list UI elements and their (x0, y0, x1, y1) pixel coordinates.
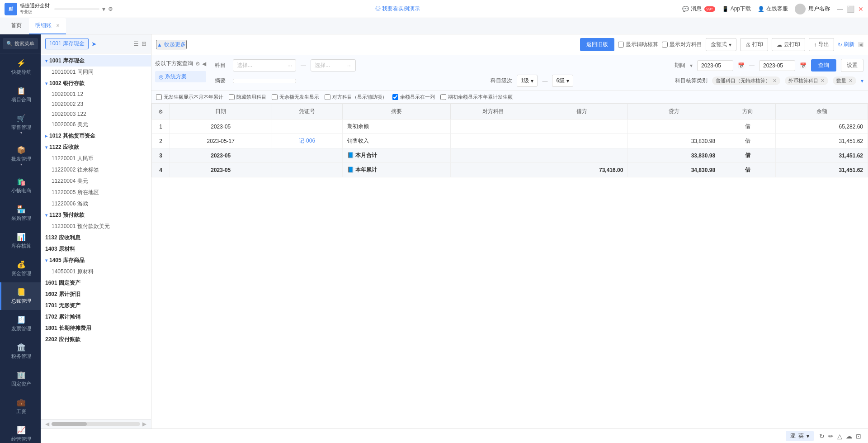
query-btn[interactable]: 查询 (811, 59, 836, 71)
subject-input[interactable]: 选择... ··· (233, 59, 296, 71)
tree-item-10020003[interactable]: 10020003 122 (41, 109, 151, 119)
calendar-icon-2[interactable]: 📅 (800, 62, 807, 69)
level-end-select[interactable]: 6级 ▾ (552, 75, 573, 87)
opt-show-ytd-check[interactable] (440, 94, 446, 100)
tree-item-1702[interactable]: 1702 累计摊销 (41, 311, 151, 323)
level-start-select[interactable]: 1级 ▾ (517, 75, 538, 87)
tree-item-11230001[interactable]: 11230001 预付款款美元 (41, 221, 151, 232)
tree-item-10020002[interactable]: 10020002 23 (41, 99, 151, 109)
tab-close-icon[interactable]: ✕ (56, 23, 60, 28)
dropdown-arrow[interactable]: ▾ (102, 5, 105, 13)
more-tags-icon[interactable]: ▾ (861, 78, 863, 84)
tree-item-1012[interactable]: ▸ 1012 其他货币资金 (41, 130, 151, 142)
sidebar-item-invoice[interactable]: 🧾 发票管理 (0, 310, 41, 338)
lang-switch-btn[interactable]: 亚 英 ▾ (786, 431, 814, 441)
sidebar-item-accounting[interactable]: 📒 总账管理 (0, 282, 41, 310)
voucher-link[interactable]: 记-006 (299, 138, 315, 144)
filter-settings-btn[interactable]: 设置 (841, 59, 863, 72)
tree-item-1602[interactable]: 1602 累计折旧 (41, 289, 151, 300)
tree-item-11220006[interactable]: 11220006 游戏 (41, 198, 151, 210)
cloud-print-btn[interactable]: ☁ 云打印 (772, 38, 805, 51)
opt-no-balance-check[interactable] (156, 94, 162, 100)
refresh-btn[interactable]: ↻ 刷新 (838, 41, 854, 48)
nav-arrow-icon[interactable]: ➤ (91, 40, 97, 48)
user-avatar[interactable] (795, 4, 806, 14)
tab-home[interactable]: 首页 (5, 18, 28, 34)
subject-end-input[interactable]: 选择... ··· (311, 59, 356, 71)
opt-show-opposite-check[interactable] (325, 94, 330, 100)
tree-item-11220001[interactable]: 11220001 人民币 (41, 153, 151, 164)
status-cloud-icon[interactable]: △ (837, 433, 842, 440)
tree-item-11220002[interactable]: 11220002 往来标签 (41, 164, 151, 176)
sidebar-item-finance[interactable]: 💰 资金管理 (0, 255, 41, 282)
status-refresh-icon[interactable]: ↻ (819, 433, 825, 440)
status-cloud2-icon[interactable]: ☁ (846, 433, 852, 440)
tree-item-1002[interactable]: ▾ 1002 银行存款 (41, 78, 151, 89)
list-view-icon[interactable]: ☰ (133, 40, 139, 47)
scroll-right-icon[interactable]: ▶ (142, 421, 146, 427)
export-btn[interactable]: ↑ 导出 (809, 38, 834, 51)
sidebar-item-ecommerce[interactable]: 🛍️ 小畅电商 (0, 172, 41, 200)
demo-link[interactable]: ◎ 我要看实例演示 (375, 5, 420, 13)
scroll-left-icon[interactable]: ◀ (45, 421, 49, 427)
show-aux-checkbox[interactable] (618, 42, 624, 48)
period-start-input[interactable]: 2023-05 (697, 60, 733, 71)
message-btn[interactable]: 💬 消息 99+ (682, 5, 715, 13)
tree-item-2202[interactable]: 2202 应付账款 (41, 334, 151, 345)
sidebar-item-ops[interactable]: 📈 经营管理 (0, 420, 41, 443)
calendar-icon-1[interactable]: 📅 (738, 62, 745, 69)
tree-item-1601[interactable]: 1601 固定资产 (41, 277, 151, 289)
currency-format-btn[interactable]: 金额式 ▾ (706, 38, 736, 51)
tree-item-11220004[interactable]: 11220004 美元 (41, 176, 151, 187)
tree-item-1122[interactable]: ▾ 1122 应收款 (41, 142, 151, 153)
close-icon[interactable]: ✕ (858, 5, 863, 13)
tag-quantity-close[interactable]: ✕ (849, 78, 853, 84)
print-btn[interactable]: 🖨 打印 (740, 38, 768, 51)
tree-scrollbar[interactable] (52, 422, 140, 426)
tree-item-1132[interactable]: 1132 应收利息 (41, 232, 151, 243)
opt-no-zero-check[interactable] (272, 94, 278, 100)
opt-hide-disabled-check[interactable] (229, 94, 235, 100)
minimize-icon[interactable]: — (837, 5, 843, 13)
sidebar-item-quick-nav[interactable]: ⚡ 快捷导航 (0, 53, 41, 81)
sidebar-item-tax[interactable]: 🏛️ 税务管理 (0, 338, 41, 365)
sidebar-item-project[interactable]: 📋 项目合同 (0, 81, 41, 109)
search-menu-btn[interactable]: 🔍 搜索菜单 (3, 38, 38, 49)
tree-item-14050001[interactable]: 14050001 原材料 (41, 266, 151, 277)
settings-gear-icon[interactable]: ⚙ (108, 6, 113, 12)
status-edit-icon[interactable]: ✏ (828, 433, 834, 440)
scheme-btn[interactable]: ◎ 系统方案 (155, 71, 206, 82)
tree-item-10020001[interactable]: 10020001 12 (41, 89, 151, 99)
summary-input[interactable] (233, 79, 296, 83)
tree-item-1123[interactable]: ▾ 1123 预付款款 (41, 210, 151, 221)
return-old-btn[interactable]: 返回旧版 (580, 38, 614, 51)
filter-settings-icon[interactable]: ⚙ (195, 61, 200, 67)
tree-item-1701[interactable]: 1701 无形资产 (41, 300, 151, 311)
tag-foreign-close[interactable]: ✕ (821, 78, 825, 84)
online-service-btn[interactable]: 👤 在线客服 (758, 5, 788, 13)
status-expand-icon[interactable]: ⊡ (856, 433, 861, 440)
period-dropdown-icon[interactable]: ▾ (690, 62, 693, 69)
collapse-right-handle[interactable]: ◀ (858, 42, 863, 47)
tree-item-10010001[interactable]: 10010001 同同同 (41, 67, 151, 78)
tree-item-1801[interactable]: 1801 长期待摊费用 (41, 323, 151, 334)
sidebar-item-fixed-assets[interactable]: 🏢 固定资产 (0, 365, 41, 393)
maximize-icon[interactable]: ⬜ (847, 5, 854, 13)
current-account[interactable]: 1001 库存现金 (45, 38, 89, 49)
col-settings[interactable]: ⚙ (152, 104, 170, 119)
sidebar-item-salary[interactable]: 💼 工资 (0, 393, 41, 420)
app-download-btn[interactable]: 📱 App下载 (722, 5, 751, 13)
show-opposite-checkbox[interactable] (662, 42, 668, 48)
sidebar-item-wholesale[interactable]: 📦 批发管理 ▾ (0, 140, 41, 172)
tree-item-1001[interactable]: ▾ 1001 库存现金 (41, 55, 151, 67)
sidebar-item-inventory[interactable]: 📊 库存核算 (0, 227, 41, 255)
sidebar-item-retail[interactable]: 🛒 零售管理 ▾ (0, 109, 41, 140)
filter-collapse-icon[interactable]: ◀ (202, 61, 206, 67)
sidebar-item-purchase[interactable]: 🏪 采购管理 (0, 200, 41, 227)
expand-more-btn[interactable]: ▲ 收起更多 (156, 40, 187, 49)
tree-item-11220005[interactable]: 11220005 所在地区 (41, 187, 151, 198)
tree-item-1405[interactable]: ▾ 1405 库存商品 (41, 255, 151, 266)
tree-item-10020006[interactable]: 10020006 美元 (41, 119, 151, 130)
grid-view-icon[interactable]: ⊞ (142, 40, 146, 47)
opt-balance-one-col-check[interactable] (392, 94, 398, 100)
